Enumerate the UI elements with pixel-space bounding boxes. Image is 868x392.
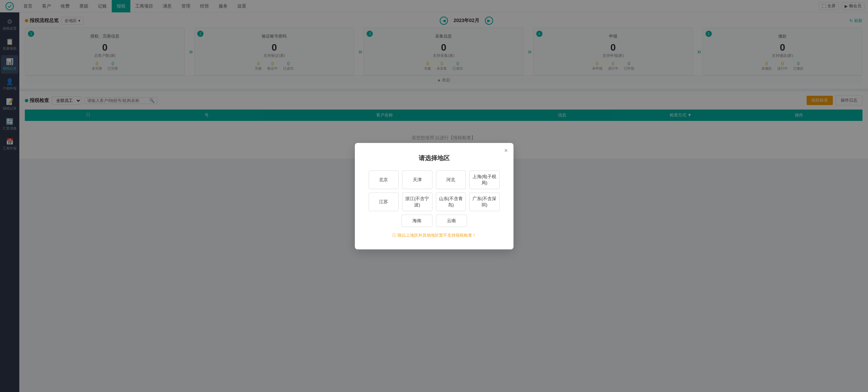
modal-overlay[interactable]: × 请选择地区 北京 天津 河北 上海(电子税局) 江苏 浙江(不含宁波) 山东… [0, 0, 868, 392]
region-btn-guangdong[interactable]: 广东(不含深圳) [469, 193, 500, 211]
region-btn-shanghai[interactable]: 上海(电子税局) [469, 171, 500, 189]
region-btn-beijing[interactable]: 北京 [369, 171, 399, 189]
region-btn-yunnan[interactable]: 云南 [436, 215, 467, 227]
region-btn-tianjin[interactable]: 天津 [402, 171, 432, 189]
region-grid-row1: 北京 天津 河北 上海(电子税局) [369, 171, 500, 189]
dialog-title: 请选择地区 [369, 154, 500, 162]
warning-icon: ⓘ [392, 233, 396, 238]
region-dialog: × 请选择地区 北京 天津 河北 上海(电子税局) 江苏 浙江(不含宁波) 山东… [355, 143, 513, 249]
region-grid-row3: 海南 云南 [369, 215, 500, 227]
region-btn-hainan[interactable]: 海南 [401, 215, 432, 227]
region-btn-shandong[interactable]: 山东(不含青岛) [436, 193, 466, 211]
region-btn-hebei[interactable]: 河北 [436, 171, 466, 189]
dialog-warning: ⓘ 除以上地区外其他地区暂不支持报税检查！ [369, 233, 500, 238]
region-grid-row2: 江苏 浙江(不含宁波) 山东(不含青岛) 广东(不含深圳) [369, 193, 500, 211]
warning-text: 除以上地区外其他地区暂不支持报税检查！ [398, 233, 476, 238]
dialog-close-btn[interactable]: × [504, 147, 508, 154]
region-btn-zhejiang[interactable]: 浙江(不含宁波) [402, 193, 432, 211]
region-btn-jiangsu[interactable]: 江苏 [369, 193, 399, 211]
